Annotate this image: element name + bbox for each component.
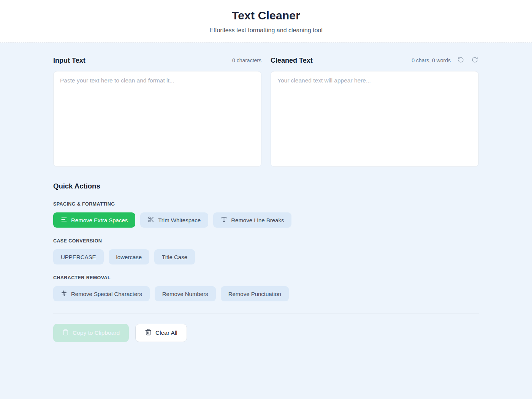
button-label: Clear All — [155, 329, 177, 336]
button-label: Remove Extra Spaces — [71, 217, 128, 223]
clear-all-button[interactable]: Clear All — [135, 324, 187, 342]
remove-special-characters-button[interactable]: Remove Special Characters — [53, 286, 150, 301]
button-label: UPPERCASE — [61, 254, 96, 260]
page-subtitle: Effortless text formatting and cleaning … — [0, 27, 532, 34]
button-label: lowercase — [116, 254, 142, 260]
title-case-button[interactable]: Title Case — [154, 249, 195, 264]
redo-button[interactable] — [471, 56, 479, 65]
output-panel-meta: 0 chars, 0 words — [412, 56, 479, 65]
group-spacing-formatting: SPACING & FORMATTING Remove Extra Spaces — [53, 201, 479, 228]
type-icon — [221, 216, 227, 224]
app-header: Text Cleaner Effortless text formatting … — [0, 0, 532, 43]
input-panel-header: Input Text 0 characters — [53, 55, 261, 65]
trim-whitespace-button[interactable]: Trim Whitespace — [140, 212, 208, 228]
text-panels: Input Text 0 characters Cleaned Text 0 c… — [53, 55, 479, 168]
button-label: Remove Numbers — [162, 291, 208, 297]
undo-icon — [458, 57, 464, 64]
clipboard-icon — [62, 329, 69, 337]
footer-actions: Copy to Clipboard Clear All — [53, 324, 479, 365]
button-label: Remove Punctuation — [228, 291, 281, 297]
group-label-spacing: SPACING & FORMATTING — [53, 201, 479, 207]
input-textarea[interactable] — [53, 71, 261, 167]
remove-numbers-button[interactable]: Remove Numbers — [155, 286, 216, 301]
copy-to-clipboard-button[interactable]: Copy to Clipboard — [53, 324, 129, 342]
uppercase-button[interactable]: UPPERCASE — [53, 249, 104, 264]
trash-icon — [145, 329, 152, 337]
group-label-case: CASE CONVERSION — [53, 238, 479, 244]
undo-button[interactable] — [457, 56, 465, 65]
footer-divider — [53, 313, 479, 314]
group-label-removal: CHARACTER REMOVAL — [53, 275, 479, 280]
input-char-count: 0 characters — [232, 57, 261, 63]
output-textarea[interactable] — [271, 71, 479, 167]
input-panel: Input Text 0 characters — [53, 55, 261, 168]
button-label: Title Case — [162, 254, 187, 260]
button-label: Copy to Clipboard — [73, 329, 120, 336]
output-panel-header: Cleaned Text 0 chars, 0 words — [271, 55, 479, 65]
case-button-row: UPPERCASE lowercase Title Case — [53, 249, 479, 264]
quick-actions-section: Quick Actions SPACING & FORMATTING Remov… — [53, 182, 479, 365]
remove-punctuation-button[interactable]: Remove Punctuation — [221, 286, 289, 301]
lowercase-button[interactable]: lowercase — [109, 249, 150, 264]
removal-button-row: Remove Special Characters Remove Numbers… — [53, 286, 479, 301]
output-word-count: 0 chars, 0 words — [412, 57, 451, 63]
remove-extra-spaces-button[interactable]: Remove Extra Spaces — [53, 212, 135, 228]
group-character-removal: CHARACTER REMOVAL Remove Special Charact… — [53, 275, 479, 301]
input-panel-title: Input Text — [53, 57, 86, 65]
main-content: Input Text 0 characters Cleaned Text 0 c… — [53, 43, 479, 365]
remove-line-breaks-button[interactable]: Remove Line Breaks — [213, 212, 291, 228]
spacing-button-row: Remove Extra Spaces Trim Whitespace — [53, 212, 479, 228]
output-panel: Cleaned Text 0 chars, 0 words — [271, 55, 479, 168]
group-case-conversion: CASE CONVERSION UPPERCASE lowercase Titl… — [53, 238, 479, 264]
redo-icon — [472, 57, 478, 64]
quick-actions-title: Quick Actions — [53, 182, 479, 190]
button-label: Trim Whitespace — [158, 217, 201, 223]
button-label: Remove Line Breaks — [231, 217, 284, 223]
scissors-icon — [148, 216, 154, 224]
page-title: Text Cleaner — [0, 9, 532, 22]
output-panel-title: Cleaned Text — [271, 57, 313, 65]
hash-icon — [61, 290, 67, 298]
button-label: Remove Special Characters — [71, 291, 142, 297]
align-lines-icon — [61, 216, 67, 224]
